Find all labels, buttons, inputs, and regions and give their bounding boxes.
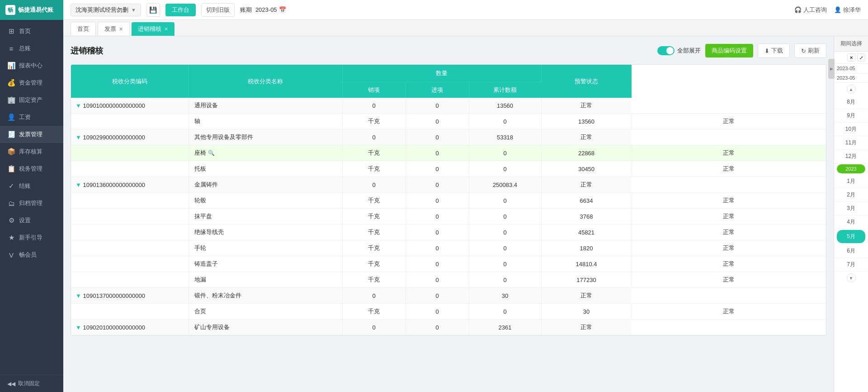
period-month-8月[interactable]: 8月 (834, 96, 868, 109)
th-tax-code: 税收分类编码 (71, 65, 189, 98)
sidebar-item-label: 库存核算 (19, 148, 42, 156)
cell-unit: 千克 (342, 272, 406, 288)
cell-sales: 0 (406, 240, 469, 256)
sidebar-item-label: 归档管理 (19, 199, 42, 207)
cell-cumulative: 30450 (541, 161, 632, 177)
sidebar-item-invoice[interactable]: 🧾 发票管理 (0, 126, 63, 143)
cell-cumulative: 3768 (541, 209, 632, 225)
assets-icon: 🏢 (7, 96, 15, 104)
topbar-right: 🎧 人工咨询 👤 徐泽华 (794, 6, 861, 14)
company-selector[interactable]: 沈海英测试经营勿删 ▼ (71, 4, 141, 16)
settings-icon: ⚙ (7, 216, 15, 225)
sidebar-item-archive[interactable]: 🗂 归档管理 (0, 195, 63, 212)
period-item-1[interactable]: 2023-05 (834, 64, 868, 73)
period-up-btn[interactable]: ▲ (847, 85, 856, 94)
period-down-btn[interactable]: ▼ (847, 273, 856, 282)
tab-reconcile-close[interactable]: ✕ (164, 26, 168, 32)
save-button[interactable]: 💾 (146, 3, 160, 17)
th-sales: 销项 (342, 82, 406, 98)
period-month-5月[interactable]: 5月 (837, 230, 865, 244)
cell-sales: 0 (406, 209, 469, 225)
save-icon: 💾 (149, 6, 157, 14)
sidebar-item-ledger[interactable]: ≡ 总账 (0, 40, 63, 57)
period-nav-down: ▼ (834, 272, 868, 284)
cell-cumulative: 13560 (469, 98, 541, 114)
sidebar-item-inventory[interactable]: 📦 库存核算 (0, 143, 63, 160)
sidebar-item-label: 设置 (19, 216, 31, 225)
cell-cumulative: 30 (469, 288, 541, 304)
sidebar-item-vip[interactable]: V 畅会员 (0, 246, 63, 263)
period-display: 账期 2023-05 📅 (240, 6, 286, 14)
cell-code (71, 161, 189, 177)
sidebar-item-payroll[interactable]: 👤 工资 (0, 109, 63, 126)
calendar-icon[interactable]: 📅 (279, 6, 286, 13)
cell-name: 铸造盖子 (189, 256, 342, 272)
sidebar-item-guide[interactable]: ★ 新手引导 (0, 229, 63, 246)
panel-expand-btn[interactable]: ⤢ (857, 53, 865, 62)
period-label: 账期 (240, 6, 252, 14)
tab-invoice[interactable]: 发票 ✕ (98, 22, 130, 36)
sidebar-item-home[interactable]: ⊞ 首页 (0, 23, 63, 40)
period-month-11月[interactable]: 11月 (834, 136, 868, 150)
period-month-4月[interactable]: 4月 (834, 215, 868, 229)
cell-cumulative: 22868 (541, 145, 632, 161)
tab-home-label: 首页 (77, 25, 89, 33)
cell-cumulative: 30 (541, 304, 632, 320)
period-year-marker[interactable]: 2023 (837, 164, 865, 174)
tab-home[interactable]: 首页 (71, 22, 96, 36)
workbench-button[interactable]: 工作台 (165, 4, 196, 16)
cell-cumulative: 250083.4 (469, 177, 541, 193)
tab-reconcile[interactable]: 进销稽核 ✕ (132, 22, 175, 36)
sidebar-item-label: 固定资产 (19, 96, 42, 104)
period-month-12月[interactable]: 12月 (834, 150, 868, 163)
period-month-3月[interactable]: 3月 (834, 202, 868, 215)
user-profile[interactable]: 👤 徐泽华 (834, 6, 861, 14)
sidebar-unpin[interactable]: ◀◀ 取消固定 (0, 375, 63, 392)
refresh-button[interactable]: ↻ 刷新 (794, 43, 826, 58)
download-button[interactable]: ⬇ 下载 (758, 43, 790, 58)
sidebar-item-settlement[interactable]: ✓ 结账 (0, 177, 63, 195)
expand-all-label: 全部展开 (677, 47, 701, 55)
cell-purchase: 0 (406, 98, 469, 114)
tab-invoice-close[interactable]: ✕ (119, 26, 123, 32)
archive-icon: 🗂 (7, 200, 15, 207)
sidebar-item-tax[interactable]: 📋 税务管理 (0, 160, 63, 177)
dropdown-icon: ▼ (131, 7, 136, 13)
sidebar-item-label: 报表中心 (19, 62, 42, 70)
support-link[interactable]: 🎧 人工咨询 (794, 6, 827, 14)
cell-code: ▼ 1090137000000000000 (71, 288, 189, 304)
period-month-2月[interactable]: 2月 (834, 188, 868, 202)
cell-code (71, 225, 189, 240)
old-version-button[interactable]: 切到旧版 (201, 3, 235, 17)
cell-purchase: 0 (469, 256, 541, 272)
period-month-10月[interactable]: 10月 (834, 123, 868, 136)
cell-sales: 0 (406, 225, 469, 240)
period-month-9月[interactable]: 9月 (834, 109, 868, 123)
sidebar-item-label: 资金管理 (19, 79, 42, 87)
period-month-1月[interactable]: 1月 (834, 175, 868, 188)
cell-sales: 0 (406, 256, 469, 272)
cell-code (71, 114, 189, 129)
reports-icon: 📊 (7, 62, 15, 70)
sidebar-item-settings[interactable]: ⚙ 设置 (0, 212, 63, 229)
cell-cumulative: 53318 (469, 129, 541, 145)
sidebar-item-reports[interactable]: 📊 报表中心 (0, 57, 63, 74)
cell-unit: 千克 (342, 225, 406, 240)
main-table: 税收分类编码 税收分类名称 数量 预警状态 销项 进项 累计数额 (71, 64, 826, 336)
period-month-7月[interactable]: 7月 (834, 258, 868, 272)
cell-purchase: 0 (469, 193, 541, 209)
sidebar-item-label: 工资 (19, 113, 31, 121)
cell-cumulative: 14810.4 (541, 256, 632, 272)
sidebar-item-label: 总账 (19, 44, 31, 53)
period-month-6月[interactable]: 6月 (834, 244, 868, 258)
panel-close-btn[interactable]: ✕ (847, 53, 855, 62)
product-code-btn[interactable]: 商品编码设置 (705, 44, 753, 57)
cell-unit: 千克 (342, 240, 406, 256)
toggle-switch[interactable] (657, 46, 675, 55)
period-collapse-btn[interactable]: ▶ (828, 59, 835, 79)
cell-name: 抹平盘 (189, 209, 342, 225)
sidebar-item-funds[interactable]: 💰 资金管理 (0, 74, 63, 91)
funds-icon: 💰 (7, 79, 15, 87)
sidebar-item-assets[interactable]: 🏢 固定资产 (0, 91, 63, 109)
period-item-2[interactable]: 2023-05 (834, 73, 868, 83)
